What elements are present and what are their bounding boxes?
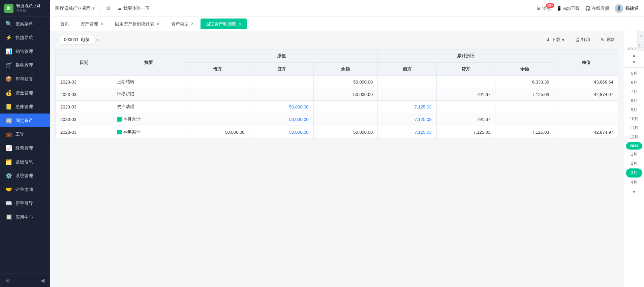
timeline-year-badge[interactable]: 2023 [626, 142, 642, 150]
next-arrow[interactable]: › [97, 37, 98, 42]
col-net-value: 净值 [554, 50, 618, 76]
sidebar-item-basic[interactable]: 🗂️基础信息 [0, 155, 50, 169]
timeline-down[interactable]: ▼ [631, 59, 637, 65]
sidebar-item-sales[interactable]: 📊销售管理 [0, 44, 50, 58]
timeline-month[interactable]: 7月 [624, 87, 644, 96]
cell-dep-debit: 7,125.03 [378, 126, 436, 139]
table-row: 2023-03 上期结转 50,000.00 6,333.36 43,666.6… [56, 76, 618, 88]
panel-resize-icon[interactable]: ⛶ [637, 41, 644, 51]
user-menu[interactable]: 👤 畅捷通 [615, 4, 639, 13]
cell-orig-credit [249, 88, 313, 101]
download-btn[interactable]: 📱 App下载 [556, 5, 580, 11]
sidebar-item-ledger[interactable]: 📒总账管理 [0, 100, 50, 114]
sidebar-item-fund[interactable]: 💰资金管理 [0, 86, 50, 100]
topbar-divider [100, 5, 100, 12]
print-button[interactable]: 🖨 打印 [572, 35, 593, 44]
sidebar-item-collab[interactable]: 🤝企业协同 [0, 183, 50, 196]
cell-dep-credit [436, 76, 495, 88]
timeline-month[interactable]: 10月 [624, 115, 644, 124]
cell-summary: 资产清理 [112, 101, 185, 113]
cell-orig-balance [313, 113, 377, 126]
tab-close-depreciation[interactable]: ✕ [156, 22, 160, 26]
sidebar-menu: 🔍搜索菜单⚡快捷导航📊销售管理🛒采购管理📦库存核算💰资金管理📒总账管理🏢固定资产… [0, 17, 50, 274]
purchase-icon: 🛒 [5, 62, 12, 68]
sidebar-logo: 财 畅捷通好业财 普及版 [0, 0, 50, 17]
sidebar-label-ops: 经营管理 [16, 145, 33, 151]
sidebar-item-inventory[interactable]: 📦库存核算 [0, 72, 50, 86]
timeline-month[interactable]: 9月 [624, 105, 644, 115]
cell-orig-debit [185, 101, 249, 113]
cell-orig-credit [249, 76, 313, 88]
timeline-month[interactable]: 6月 [624, 78, 644, 87]
col-orig-balance: 余额 [313, 63, 377, 76]
message-badge: 99+ [546, 3, 554, 8]
timeline-down2[interactable]: ▼ [631, 188, 637, 195]
cell-date: 2023-03 [56, 126, 112, 139]
gear-icon[interactable]: ⚙ [106, 5, 111, 11]
message-icon: 🖥 [536, 6, 541, 11]
timeline-up[interactable]: ▲ [631, 52, 637, 59]
sidebar-item-search[interactable]: 🔍搜索菜单 [0, 17, 50, 31]
guide-icon: 📖 [5, 200, 12, 206]
tab-close-asset_mgmt[interactable]: ✕ [100, 22, 103, 26]
settings-icon[interactable]: ⚙ [5, 277, 10, 284]
sidebar: 财 畅捷通好业财 普及版 🔍搜索菜单⚡快捷导航📊销售管理🛒采购管理📦库存核算💰资… [0, 0, 50, 287]
cell-dep-credit [436, 101, 495, 113]
tab-asset_type[interactable]: 资产类型✕ [166, 19, 199, 29]
timeline-month[interactable]: 4月 [624, 178, 644, 187]
refresh-icon: ↻ [601, 37, 605, 42]
message-btn[interactable]: 🖥 消息 99+ [536, 5, 551, 11]
asset-nav: ‹ 000001 电脑 › [55, 35, 543, 44]
prev-arrow[interactable]: ‹ [55, 37, 57, 42]
collapse-icon[interactable]: ◀ [40, 277, 44, 284]
tab-close-asset_detail[interactable]: ✕ [238, 22, 242, 26]
col-dep-balance: 余额 [495, 63, 554, 76]
cell-dep-credit: 791.67 [436, 88, 495, 101]
service-btn[interactable]: 🎧 在线客服 [585, 5, 609, 11]
sidebar-label-fund: 资金管理 [16, 90, 33, 96]
service-icon: 🎧 [585, 6, 590, 11]
cell-dep-debit [378, 76, 436, 88]
topbar: 医疗器械行业演示 ▾ ⚙ ☁ 我要体验一下 🖥 消息 99+ 📱 App下载 🎧… [50, 0, 644, 17]
cell-dep-balance [495, 113, 554, 126]
timeline-month[interactable]: 5月 [624, 69, 644, 78]
tab-label-home: 首页 [60, 21, 69, 27]
asset-detail-table: 日期 摘要 原值 累计折旧 净值 借方 贷方 余额 借方 贷方 余额 [55, 49, 618, 139]
sidebar-item-system[interactable]: ⚙️系统管理 [0, 169, 50, 183]
timeline-month[interactable]: 8月 [624, 96, 644, 105]
avatar: 👤 [615, 4, 623, 13]
sidebar-item-guide[interactable]: 📖新手引导 [0, 196, 50, 210]
experience-btn[interactable]: ☁ 我要体验一下 [117, 5, 150, 11]
cell-date: 2023-03 [56, 76, 112, 88]
sidebar-item-quicknav[interactable]: ⚡快捷导航 [0, 31, 50, 44]
cell-summary: 计提折旧 [112, 88, 185, 101]
panel-expand-icon[interactable]: ✕ [637, 31, 644, 40]
tab-close-asset_type[interactable]: ✕ [191, 22, 194, 26]
refresh-button[interactable]: ↻ 刷新 [597, 35, 618, 44]
sidebar-item-ops[interactable]: 📈经营管理 [0, 141, 50, 155]
sidebar-label-collab: 企业协同 [16, 187, 33, 193]
sidebar-item-apps[interactable]: 🔲应用中心 [0, 210, 50, 224]
company-selector[interactable]: 医疗器械行业演示 ▾ [55, 5, 95, 11]
sidebar-item-fixedasset[interactable]: 🏢固定资产 [0, 114, 50, 127]
tab-asset_detail[interactable]: 固定资产明细账✕ [201, 19, 247, 29]
tab-depreciation[interactable]: 固定资产折旧统计表✕ [110, 19, 165, 29]
timeline-month[interactable]: 2月 [624, 159, 644, 168]
download-button[interactable]: ⬇ 下载 ▾ [543, 35, 568, 44]
timeline-month-active[interactable]: 3月 [626, 168, 642, 178]
logo-icon: 财 [4, 4, 13, 13]
sidebar-item-salary[interactable]: 💼工资 [0, 127, 50, 141]
cell-date: 2023-03 [56, 101, 112, 113]
tab-label-asset_mgmt: 资产管理 [81, 21, 98, 27]
timeline-month[interactable]: 12月 [624, 133, 644, 142]
cell-dep-debit [378, 88, 436, 101]
table-row: 2023-03 本月合计 50,000.00 7,125.03 791.67 [56, 113, 618, 126]
sidebar-item-purchase[interactable]: 🛒采购管理 [0, 58, 50, 72]
tab-home[interactable]: 首页 [55, 19, 74, 29]
timeline-month[interactable]: 1月 [624, 150, 644, 159]
timeline-month[interactable]: 11月 [624, 124, 644, 133]
tab-asset_mgmt[interactable]: 资产管理✕ [75, 19, 109, 29]
cell-dep-credit: 7,125.03 [436, 126, 495, 139]
page-content: ‹ 000001 电脑 › ⬇ 下载 ▾ 🖨 打印 [50, 31, 624, 287]
cell-summary: 本年累计 [112, 126, 185, 139]
